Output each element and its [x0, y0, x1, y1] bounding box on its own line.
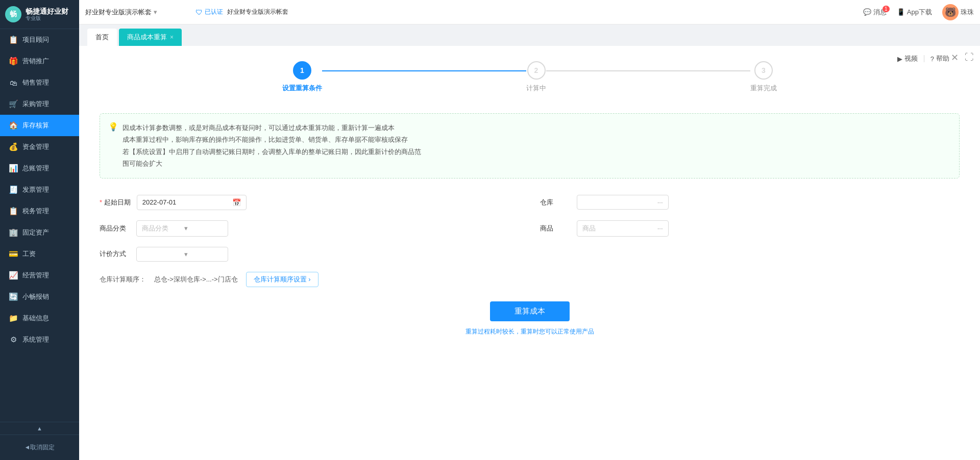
sidebar-item-label: 工资 — [22, 249, 36, 259]
app-edition: 专业版 — [26, 15, 68, 21]
sidebar-item-expense[interactable]: 🔄 小畅报销 — [0, 286, 79, 308]
price-method-select[interactable]: ▾ — [136, 247, 228, 262]
warehouse-label: 仓库 — [540, 198, 571, 207]
account-chevron-icon: ▾ — [154, 8, 157, 16]
messages-button[interactable]: 💬 消息 1 — [863, 8, 887, 17]
price-method-field: 计价方式 ▾ — [100, 247, 520, 262]
category-chevron-icon: ▾ — [184, 224, 223, 232]
sidebar-item-operations[interactable]: 📈 经营管理 — [0, 265, 79, 286]
tab-close-icon[interactable]: × — [170, 34, 174, 41]
shield-icon: 🛡 — [195, 8, 203, 16]
verified-badge: 🛡 已认证 好业财专业版演示帐套 — [195, 8, 288, 16]
start-date-input[interactable]: 📅 — [137, 195, 247, 210]
window-controls: ✕ ⛶ — [951, 52, 974, 63]
sidebar-item-label: 总账管理 — [22, 164, 49, 173]
sidebar-item-system[interactable]: ⚙ 系统管理 — [0, 329, 79, 350]
user-avatar[interactable]: 🐻 珠珠 — [942, 4, 974, 20]
price-method-chevron-icon: ▾ — [184, 250, 223, 258]
user-name: 珠珠 — [961, 8, 974, 17]
topbar-right: 💬 消息 1 📱 App下载 🐻 珠珠 — [863, 4, 974, 20]
warehouse-order-value: 总仓->深圳仓库->...->门店仓 — [154, 275, 238, 284]
sidebar-item-marketing[interactable]: 🎁 营销推广 — [0, 50, 79, 72]
tab-home-label: 首页 — [95, 33, 109, 42]
step-connector-1 — [322, 70, 526, 71]
app-download-button[interactable]: 📱 App下载 — [897, 8, 932, 17]
warehouse-dots-icon[interactable]: ··· — [657, 198, 663, 206]
invoice-icon: 🧾 — [8, 185, 18, 195]
sidebar-item-finance[interactable]: 💰 资金管理 — [0, 136, 79, 158]
accounting-icon: 📊 — [8, 163, 18, 173]
sidebar-item-label: 销售管理 — [22, 78, 49, 87]
sidebar-item-basic[interactable]: 📁 基础信息 — [0, 308, 79, 329]
sidebar-item-inventory[interactable]: 🏠 库存核算 — [0, 115, 79, 136]
sidebar-item-assets[interactable]: 🏢 固定资产 — [0, 222, 79, 243]
warehouse-settings-label: 仓库计算顺序设置 › — [254, 275, 311, 284]
goods-label: 商品 — [540, 224, 571, 233]
sidebar-bottom: ◄取消固定 — [0, 435, 79, 460]
maximize-window-button[interactable]: ⛶ — [965, 52, 974, 63]
account-name: 好业财专业版演示帐套 — [85, 8, 152, 17]
form-row-2: 商品分类 商品分类 ▾ 商品 商品 ··· — [100, 220, 960, 237]
cancel-pin-button[interactable]: ◄取消固定 — [0, 439, 79, 456]
payroll-icon: 💳 — [8, 249, 18, 259]
sidebar-item-payroll[interactable]: 💳 工资 — [0, 243, 79, 265]
sidebar-item-label: 资金管理 — [22, 142, 49, 151]
tab-recalculate[interactable]: 商品成本重算 × — [119, 29, 182, 46]
basic-icon: 📁 — [8, 313, 18, 323]
purchase-icon: 🛒 — [8, 99, 18, 109]
goods-field: 商品 商品 ··· — [540, 220, 960, 237]
category-label: 商品分类 — [100, 224, 130, 233]
recalculate-button[interactable]: 重算成本 — [490, 301, 570, 321]
message-icon: 💬 — [863, 8, 871, 16]
app-name: 畅捷通好业财 — [26, 7, 68, 16]
sidebar-item-accounting[interactable]: 📊 总账管理 — [0, 158, 79, 179]
warehouse-order-settings-button[interactable]: 仓库计算顺序设置 › — [246, 272, 318, 287]
sidebar-item-label: 库存核算 — [22, 121, 49, 130]
start-date-value[interactable] — [142, 198, 228, 206]
account-selector[interactable]: 好业财专业版演示帐套 ▾ — [85, 8, 187, 17]
step-2-circle: 2 — [527, 61, 546, 80]
message-badge: 1 — [883, 6, 890, 12]
recalculate-hint: 重算过程耗时较长，重算时您可以正常使用产品 — [100, 327, 960, 336]
assets-icon: 🏢 — [8, 227, 18, 238]
step-2-label: 计算中 — [526, 84, 546, 93]
system-icon: ⚙ — [8, 335, 18, 345]
price-method-label: 计价方式 — [100, 249, 130, 259]
start-date-label: 起始日期 — [100, 198, 131, 207]
goods-placeholder: 商品 — [582, 224, 657, 233]
sidebar-item-label: 项目顾问 — [22, 35, 49, 44]
main-area: 好业财专业版演示帐套 ▾ 🛡 已认证 好业财专业版演示帐套 💬 消息 1 📱 A… — [79, 0, 980, 460]
tabbar: 首页 商品成本重算 × — [79, 24, 980, 46]
sidebar-item-label: 基础信息 — [22, 314, 49, 323]
sidebar-scroll-up[interactable]: ▲ — [0, 422, 79, 435]
step-3: 3 重算完成 — [750, 61, 777, 93]
sidebar-item-tax[interactable]: 📋 税务管理 — [0, 200, 79, 222]
sidebar-item-label: 系统管理 — [22, 335, 49, 344]
goods-input[interactable]: 商品 ··· — [577, 220, 669, 237]
sidebar-item-sales[interactable]: 🛍 销售管理 — [0, 72, 79, 93]
sidebar-item-project[interactable]: 📋 项目顾问 — [0, 29, 79, 50]
step-1: 1 设置重算条件 — [282, 61, 322, 93]
steps-indicator: 1 设置重算条件 2 计算中 3 重算完成 — [100, 61, 960, 93]
content-inner: 1 设置重算条件 2 计算中 3 重算完成 — [79, 46, 980, 460]
category-select[interactable]: 商品分类 ▾ — [136, 220, 228, 237]
sidebar-nav: 📋 项目顾问 🎁 营销推广 🛍 销售管理 🛒 采购管理 🏠 库存核算 💰 资金管… — [0, 29, 79, 422]
warehouse-input[interactable]: ··· — [577, 195, 669, 210]
sidebar-item-invoice[interactable]: 🧾 发票管理 — [0, 179, 79, 200]
helper-box: 💡 因成本计算参数调整，或是对商品成本有疑问时，可以通过成本重算功能，重新计算一… — [100, 113, 960, 178]
goods-dots-icon[interactable]: ··· — [657, 224, 663, 232]
tab-recalculate-label: 商品成本重算 — [127, 33, 167, 42]
step-3-circle: 3 — [754, 61, 773, 80]
project-icon: 📋 — [8, 35, 18, 45]
sidebar-item-purchase[interactable]: 🛒 采购管理 — [0, 93, 79, 115]
start-date-field: 起始日期 📅 — [100, 195, 520, 210]
step-2: 2 计算中 — [526, 61, 546, 93]
verified-desc: 好业财专业版演示帐套 — [227, 8, 288, 16]
expense-icon: 🔄 — [8, 292, 18, 302]
calendar-icon[interactable]: 📅 — [232, 198, 241, 207]
sidebar-item-label: 营销推广 — [22, 57, 49, 66]
sidebar-logo: 畅 畅捷通好业财 专业版 — [0, 0, 79, 29]
tab-home[interactable]: 首页 — [87, 29, 117, 46]
close-window-button[interactable]: ✕ — [951, 52, 959, 63]
sidebar-item-label: 经营管理 — [22, 271, 49, 280]
